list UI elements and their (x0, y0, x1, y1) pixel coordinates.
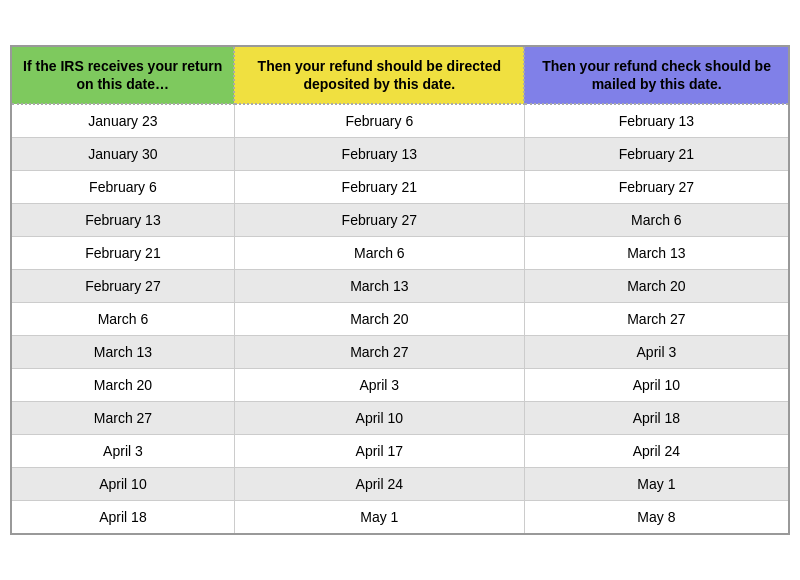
cell-col2: February 13 (234, 138, 524, 171)
cell-col2: April 17 (234, 435, 524, 468)
table-row: February 13February 27March 6 (11, 204, 789, 237)
table-row: January 23February 6February 13 (11, 104, 789, 138)
column-header-3: Then your refund check should be mailed … (524, 46, 789, 104)
table-row: March 13March 27April 3 (11, 336, 789, 369)
cell-col1: February 13 (11, 204, 234, 237)
irs-refund-table: If the IRS receives your return on this … (10, 45, 790, 535)
cell-col2: May 1 (234, 501, 524, 535)
table-row: April 10April 24May 1 (11, 468, 789, 501)
cell-col2: April 24 (234, 468, 524, 501)
table-row: April 3April 17April 24 (11, 435, 789, 468)
cell-col1: April 18 (11, 501, 234, 535)
table-row: February 27March 13March 20 (11, 270, 789, 303)
table-row: February 21March 6March 13 (11, 237, 789, 270)
cell-col1: January 23 (11, 104, 234, 138)
cell-col3: March 27 (524, 303, 789, 336)
cell-col1: March 6 (11, 303, 234, 336)
cell-col3: March 13 (524, 237, 789, 270)
cell-col1: February 6 (11, 171, 234, 204)
cell-col3: April 3 (524, 336, 789, 369)
cell-col2: April 10 (234, 402, 524, 435)
cell-col3: April 24 (524, 435, 789, 468)
cell-col1: April 10 (11, 468, 234, 501)
cell-col3: April 10 (524, 369, 789, 402)
cell-col3: February 13 (524, 104, 789, 138)
cell-col3: March 20 (524, 270, 789, 303)
table-row: March 6March 20March 27 (11, 303, 789, 336)
cell-col3: May 8 (524, 501, 789, 535)
table-row: February 6February 21February 27 (11, 171, 789, 204)
table-row: April 18May 1May 8 (11, 501, 789, 535)
cell-col2: March 27 (234, 336, 524, 369)
cell-col1: January 30 (11, 138, 234, 171)
column-header-2: Then your refund should be directed depo… (234, 46, 524, 104)
cell-col1: April 3 (11, 435, 234, 468)
cell-col3: April 18 (524, 402, 789, 435)
cell-col1: February 27 (11, 270, 234, 303)
table-row: January 30February 13February 21 (11, 138, 789, 171)
table-row: March 20April 3April 10 (11, 369, 789, 402)
cell-col2: March 20 (234, 303, 524, 336)
cell-col3: February 21 (524, 138, 789, 171)
cell-col3: March 6 (524, 204, 789, 237)
cell-col2: March 6 (234, 237, 524, 270)
cell-col3: February 27 (524, 171, 789, 204)
cell-col2: March 13 (234, 270, 524, 303)
cell-col2: April 3 (234, 369, 524, 402)
table-row: March 27April 10April 18 (11, 402, 789, 435)
cell-col3: May 1 (524, 468, 789, 501)
cell-col1: March 20 (11, 369, 234, 402)
column-header-1: If the IRS receives your return on this … (11, 46, 234, 104)
cell-col1: March 13 (11, 336, 234, 369)
cell-col2: February 6 (234, 104, 524, 138)
cell-col1: February 21 (11, 237, 234, 270)
cell-col2: February 27 (234, 204, 524, 237)
cell-col2: February 21 (234, 171, 524, 204)
cell-col1: March 27 (11, 402, 234, 435)
